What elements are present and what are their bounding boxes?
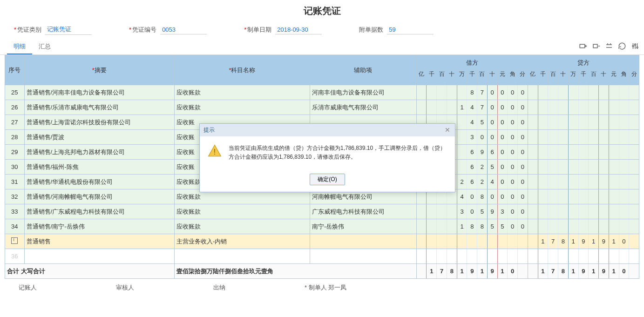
cell-debit[interactable] [416, 234, 528, 249]
cell-seq: 28 [5, 130, 25, 145]
cell-seq: 30 [5, 160, 25, 175]
page-title: 记账凭证 [0, 0, 644, 22]
cell-credit[interactable] [528, 130, 639, 145]
balance-icon[interactable] [605, 42, 613, 50]
maker-value: 郑一凤 [328, 284, 346, 291]
total-row: 合计 大写合计 壹佰柒拾捌万陆仟捌佰叁拾玖元壹角 178191910 17819… [5, 264, 639, 279]
cell-credit[interactable] [528, 115, 639, 130]
dialog-text: 当前凭证由系统生成的借（贷）方合计金额为1,786,839.10，手工调整分录后… [229, 144, 447, 162]
tabs: 明细 汇总 [0, 40, 644, 55]
col-summary: *摘要 [24, 55, 174, 85]
cell-subject[interactable]: 主营业务收入-内销 [174, 234, 310, 249]
svg-text:!: ! [214, 148, 216, 156]
col-seq: 序号 [5, 55, 25, 85]
cell-aux[interactable]: 河南丰佳电力设备有限公司 [310, 85, 416, 100]
total-label: 合计 大写合计 [5, 264, 175, 279]
svg-point-2 [632, 46, 634, 47]
col-aux: 辅助项 [310, 55, 416, 85]
cell-aux[interactable]: 南宁-岳焕伟 [310, 219, 416, 234]
close-icon[interactable]: ✕ [444, 126, 451, 134]
auditor-label: 审核人 [116, 283, 134, 292]
cell-credit[interactable] [528, 219, 639, 234]
cell-subject[interactable] [174, 249, 310, 264]
cell-summary[interactable]: 普通销售/南宁-岳焕伟 [24, 219, 174, 234]
cell-aux[interactable] [310, 234, 416, 249]
cell-aux[interactable]: 广东威程电力科技有限公司 [310, 204, 416, 219]
cell-debit[interactable]: 870000 [416, 85, 528, 100]
cell-credit[interactable] [528, 100, 639, 115]
att-value[interactable]: 59 [387, 25, 434, 34]
table-row[interactable]: 26 普通销售/乐清市威康电气有限公司 应收账款 乐清市威康电气有限公司 147… [5, 100, 639, 115]
cell-subject[interactable]: 应收账款 [174, 204, 310, 219]
type-value[interactable]: 记账凭证 [45, 24, 92, 35]
cell-seq [5, 234, 25, 249]
table-row[interactable]: 34 普通销售/南宁-岳焕伟 应收账款 南宁-岳焕伟 1885500 [5, 219, 639, 234]
cell-subject[interactable]: 应收账款 [174, 85, 310, 100]
table-row[interactable]: 33 普通销售/广东威程电力科技有限公司 应收账款 广东威程电力科技有限公司 3… [5, 204, 639, 219]
tab-detail[interactable]: 明细 [7, 40, 32, 54]
svg-rect-0 [580, 44, 585, 48]
table-row[interactable]: 普通销售 主营业务收入-内销 178191910 [5, 234, 639, 249]
warning-icon: ! [207, 144, 222, 159]
date-label: 制单日期 [247, 26, 271, 34]
cell-seq: 29 [5, 145, 25, 160]
cell-debit[interactable]: 1885500 [416, 219, 528, 234]
svg-rect-1 [593, 44, 597, 48]
refresh-icon[interactable] [618, 42, 626, 50]
cell-summary[interactable]: 普通销售 [24, 234, 174, 249]
cell-seq: 27 [5, 115, 25, 130]
cell-summary[interactable]: 普通销售/河南帷幄电气有限公司 [24, 189, 174, 204]
cell-summary[interactable]: 普通销售/广东威程电力科技有限公司 [24, 204, 174, 219]
cell-seq: 26 [5, 100, 25, 115]
date-value[interactable]: 2018-09-30 [275, 25, 322, 34]
cell-seq: 32 [5, 189, 25, 204]
cell-summary[interactable] [24, 249, 174, 264]
cell-credit[interactable] [528, 85, 639, 100]
tab-summary[interactable]: 汇总 [32, 40, 57, 54]
cell-seq: 33 [5, 204, 25, 219]
maker-label: 制单人 [309, 284, 327, 291]
cell-credit[interactable]: 178191910 [528, 234, 639, 249]
cell-credit[interactable] [528, 189, 639, 204]
cell-subject[interactable]: 应收账款 [174, 219, 310, 234]
cell-subject[interactable]: 应收账款 [174, 100, 310, 115]
voucher-footer: 记账人 审核人 出纳 * 制单人 郑一凤 [0, 279, 644, 297]
cell-debit[interactable] [416, 249, 528, 264]
cell-credit[interactable] [528, 249, 639, 264]
cell-seq: 36 [5, 249, 25, 264]
cell-summary[interactable]: 普通销售/华通机电股份有限公司 [24, 175, 174, 189]
insert-row-icon[interactable] [579, 42, 587, 50]
alert-dialog: 提示 ✕ ! 当前凭证由系统生成的借（贷）方合计金额为1,786,839.10，… [199, 123, 455, 192]
col-debit: 借方 [416, 55, 528, 70]
cell-aux[interactable]: 乐清市威康电气有限公司 [310, 100, 416, 115]
settings-icon[interactable] [631, 42, 639, 50]
cell-seq: 25 [5, 85, 25, 100]
bookkeeper-label: 记账人 [19, 283, 37, 292]
cell-seq: 34 [5, 219, 25, 234]
no-value[interactable]: 0053 [160, 25, 207, 34]
att-label: 附单据数 [359, 26, 383, 34]
dialog-title: 提示 [203, 126, 215, 134]
grid-toolbar [579, 42, 639, 50]
cell-credit[interactable] [528, 145, 639, 160]
cell-summary[interactable]: 普通销售/贾波 [24, 130, 174, 145]
cell-debit[interactable]: 3059300 [416, 204, 528, 219]
no-label: 凭证编号 [132, 26, 156, 34]
cell-summary[interactable]: 普通销售/上海雷诺尔科技股份有限公司 [24, 115, 174, 130]
cell-credit[interactable] [528, 175, 639, 189]
cell-summary[interactable]: 普通销售/河南丰佳电力设备有限公司 [24, 85, 174, 100]
total-words: 壹佰柒拾捌万陆仟捌佰叁拾玖元壹角 [174, 264, 416, 279]
svg-point-4 [637, 47, 638, 48]
delete-row-icon[interactable] [592, 42, 600, 50]
cell-summary[interactable]: 普通销售/福州-陈焦 [24, 160, 174, 175]
cell-credit[interactable] [528, 204, 639, 219]
cell-summary[interactable]: 普通销售/上海兆邦电力器材有限公司 [24, 145, 174, 160]
cell-credit[interactable] [528, 160, 639, 175]
fill-down-icon[interactable] [11, 237, 18, 244]
ok-button[interactable]: 确定(O) [310, 174, 345, 185]
table-row[interactable]: 25 普通销售/河南丰佳电力设备有限公司 应收账款 河南丰佳电力设备有限公司 8… [5, 85, 639, 100]
cell-summary[interactable]: 普通销售/乐清市威康电气有限公司 [24, 100, 174, 115]
cell-aux[interactable] [310, 249, 416, 264]
table-row[interactable]: 36 [5, 249, 639, 264]
cell-debit[interactable]: 1470000 [416, 100, 528, 115]
